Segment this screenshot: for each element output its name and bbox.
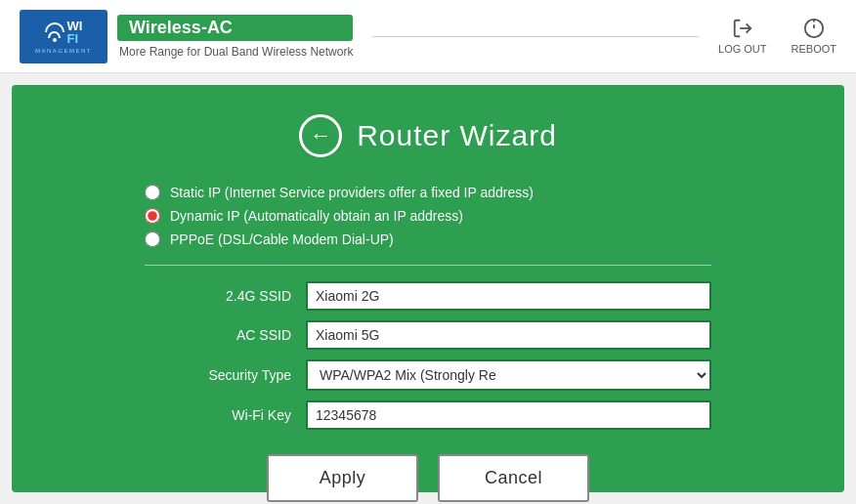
header-divider	[372, 36, 699, 37]
label-wifi-key: Wi-Fi Key	[145, 407, 291, 423]
input-ac-ssid[interactable]	[306, 320, 711, 350]
back-arrow-icon: ←	[310, 125, 331, 147]
input-wifi-key[interactable]	[306, 400, 711, 430]
label-security-type: Security Type	[145, 367, 291, 383]
form-fields: 2.4G SSID AC SSID Security Type WPA/WPA2…	[145, 281, 711, 430]
brand-name: Wireless-AC	[117, 15, 353, 41]
back-button[interactable]: ←	[299, 114, 342, 157]
reboot-button[interactable]: REBOOT	[792, 18, 836, 55]
label-ac-ssid: AC SSID	[145, 327, 291, 343]
logout-label: LOG OUT	[718, 43, 767, 55]
header: WI FI MANAGEMENT Wireless-AC More Range …	[0, 0, 856, 73]
logout-button[interactable]: LOG OUT	[718, 18, 767, 55]
select-security-type[interactable]: WPA/WPA2 Mix (Strongly Re WPA2 WPA None	[306, 359, 711, 391]
radio-dynamic-ip[interactable]: Dynamic IP (Automatically obtain an IP a…	[145, 208, 711, 224]
label-2g-ssid: 2.4G SSID	[145, 288, 291, 304]
brand-text-area: Wireless-AC More Range for Dual Band Wir…	[117, 15, 353, 59]
brand-subtitle: More Range for Dual Band Wireless Networ…	[119, 45, 353, 59]
main-content: ← Router Wizard Static IP (Internet Serv…	[12, 85, 844, 492]
radio-dynamic-ip-input[interactable]	[145, 208, 160, 224]
radio-static-ip-input[interactable]	[145, 185, 160, 200]
radio-pppoe[interactable]: PPPoE (DSL/Cable Modem Dial-UP)	[145, 231, 711, 247]
cancel-button[interactable]: Cancel	[438, 454, 589, 502]
wizard-body: Static IP (Internet Service providers of…	[145, 185, 711, 502]
apply-button[interactable]: Apply	[267, 454, 418, 502]
logo-management: MANAGEMENT	[35, 48, 92, 54]
reboot-icon	[803, 18, 825, 39]
radio-group: Static IP (Internet Service providers of…	[145, 185, 711, 247]
input-2g-ssid[interactable]	[306, 281, 711, 311]
radio-pppoe-label: PPPoE (DSL/Cable Modem Dial-UP)	[170, 231, 394, 247]
radio-static-ip-label: Static IP (Internet Service providers of…	[170, 185, 534, 200]
logout-icon	[732, 18, 753, 39]
wizard-title: Router Wizard	[357, 119, 557, 152]
radio-pppoe-input[interactable]	[145, 231, 160, 247]
header-actions: LOG OUT REBOOT	[718, 18, 836, 55]
logo-box: WI FI MANAGEMENT	[20, 10, 107, 63]
divider	[145, 265, 711, 266]
radio-dynamic-ip-label: Dynamic IP (Automatically obtain an IP a…	[170, 208, 463, 224]
wizard-title-row: ← Router Wizard	[299, 114, 557, 157]
logo-area: WI FI MANAGEMENT Wireless-AC More Range …	[20, 10, 353, 63]
action-buttons: Apply Cancel	[145, 454, 711, 502]
radio-static-ip[interactable]: Static IP (Internet Service providers of…	[145, 185, 711, 200]
reboot-label: REBOOT	[792, 43, 836, 55]
